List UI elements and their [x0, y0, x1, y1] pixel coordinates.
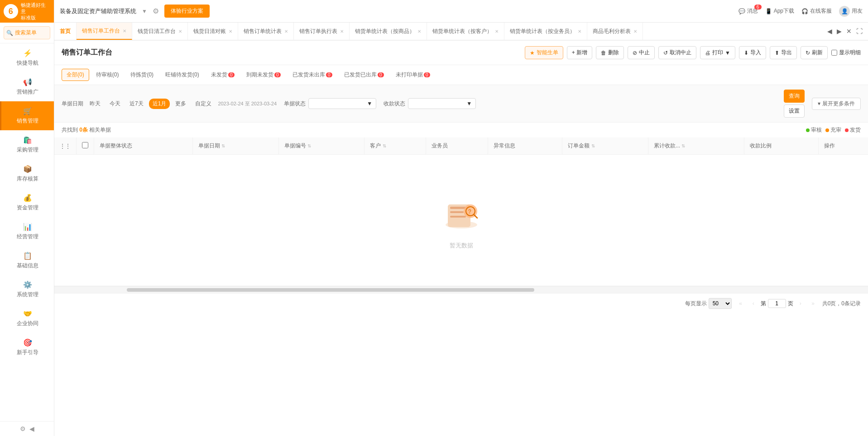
settings-button[interactable]: 设置	[784, 104, 805, 118]
user-menu[interactable]: 👤 用友	[839, 6, 863, 17]
reject-action[interactable]: 充审	[825, 126, 841, 134]
online-service-action[interactable]: 🎧 在线客服	[801, 7, 832, 15]
filter-tab-expired-not-shipped[interactable]: 到期未发货0	[241, 69, 286, 81]
page-number-input[interactable]	[768, 299, 786, 308]
tab-sales-workbench[interactable]: 销售订单工作台 ✕	[77, 23, 132, 40]
tab-close-sale-stats-staff[interactable]: ✕	[578, 29, 581, 34]
page-size-select[interactable]: 10 20 50 100	[709, 298, 732, 309]
date-btn-today[interactable]: 今天	[106, 99, 124, 109]
sidebar-item-quick-nav[interactable]: ⚡ 快捷导航	[0, 43, 54, 72]
payment-select[interactable]: ▼	[408, 98, 476, 109]
tab-close-sales-workbench[interactable]: ✕	[123, 28, 126, 33]
date-sort-icon[interactable]: ⇅	[221, 143, 225, 148]
review-action[interactable]: 审核	[806, 126, 822, 134]
table-summary-row: 共找到 0条 相关单据 审核 充审 发货	[54, 123, 868, 137]
date-btn-custom[interactable]: 自定义	[192, 99, 215, 109]
last-page-button[interactable]: »	[808, 298, 819, 309]
filter-tab-wangpu-pending[interactable]: 旺铺待发货(0)	[160, 69, 204, 81]
expand-filters-button[interactable]: ▾ 展开更多条件	[812, 98, 861, 110]
smart-create-button[interactable]: ★ 智能生单	[525, 46, 563, 59]
tab-close-product-margin[interactable]: ✕	[633, 29, 637, 34]
search-menu-button[interactable]: 🔍 搜索菜单	[4, 26, 50, 39]
import-button[interactable]: ⬇ 导入	[739, 46, 766, 59]
tab-cash-reconcile[interactable]: 钱货日清对账 ✕	[188, 23, 238, 40]
tab-sale-stats-product[interactable]: 销货单统计表（按商品） ✕	[350, 23, 427, 40]
status-select[interactable]: ▼	[308, 98, 376, 109]
query-button[interactable]: 查询	[784, 90, 805, 103]
filter-tab-shipped-out[interactable]: 已发货已出库0	[339, 69, 389, 81]
first-page-button[interactable]: «	[735, 298, 746, 309]
sidebar-item-basic[interactable]: 📋 基础信息	[0, 246, 54, 275]
message-action[interactable]: 💬 消息 6	[739, 7, 758, 15]
sales-icon: 🛒	[23, 107, 32, 115]
delete-button[interactable]: 🗑 删除	[596, 46, 624, 59]
sidebar-item-sales[interactable]: 🛒 销售管理	[0, 101, 54, 130]
tab-home[interactable]: 首页	[54, 23, 77, 40]
tab-sales-stats[interactable]: 销售订单统计表 ✕	[238, 23, 294, 40]
date-btn-1month[interactable]: 近1月	[149, 99, 170, 109]
sidebar-item-guide[interactable]: 🎯 新手引导	[0, 333, 54, 362]
sidebar-item-enterprise[interactable]: 🤝 企业协同	[0, 304, 54, 333]
amount-sort-icon[interactable]: ⇅	[591, 143, 595, 148]
tab-close-current[interactable]: ✕	[844, 27, 854, 36]
filter-tab-pending-check[interactable]: 待拣货(0)	[125, 69, 158, 81]
tab-close-cash-reconcile[interactable]: ✕	[229, 29, 232, 34]
tab-scroll-left[interactable]: ◀	[825, 27, 834, 36]
select-all-checkbox[interactable]	[82, 142, 88, 148]
stop-button[interactable]: ⊘ 中止	[628, 46, 655, 59]
sidebar-settings-icon[interactable]: ⚙	[20, 425, 26, 432]
date-btn-yesterday[interactable]: 昨天	[86, 99, 104, 109]
collected-sort-icon[interactable]: ⇅	[681, 143, 685, 148]
sidebar-item-operations[interactable]: 📊 经营管理	[0, 217, 54, 246]
tab-sale-stats-customer[interactable]: 销货单统计表（按客户） ✕	[427, 23, 504, 40]
tab-close-sales-exec[interactable]: ✕	[340, 29, 344, 34]
scrollbar-thumb[interactable]	[127, 288, 534, 292]
sidebar-item-system[interactable]: ⚙️ 系统管理	[0, 275, 54, 304]
print-button[interactable]: 🖨 打印 ▼	[700, 46, 735, 59]
next-page-button[interactable]: ›	[795, 298, 806, 309]
sidebar-item-finance[interactable]: 💰 资金管理	[0, 188, 54, 217]
topbar-gear-icon[interactable]: ⚙	[153, 7, 159, 15]
show-detail-checkbox[interactable]	[831, 50, 837, 56]
tab-close-sale-stats-product[interactable]: ✕	[417, 29, 421, 34]
tab-fullscreen[interactable]: ⛶	[854, 27, 864, 36]
page-label: 第	[761, 300, 766, 308]
app-download-action[interactable]: 📱 App下载	[765, 7, 794, 15]
tab-close-cash-daily[interactable]: ✕	[178, 29, 182, 34]
filter-tab-not-printed[interactable]: 未打印单据0	[391, 69, 435, 81]
sidebar-collapse-icon[interactable]: ◀	[29, 425, 34, 432]
filter-tab-all[interactable]: 全部(0)	[62, 69, 89, 81]
date-btn-7days[interactable]: 近7天	[126, 99, 147, 109]
sidebar-item-marketing[interactable]: 📢 营销推广	[0, 72, 54, 101]
tab-cash-daily[interactable]: 钱货日清工作台 ✕	[132, 23, 188, 40]
filter-tab-shipped-not-out[interactable]: 已发货未出库0	[288, 69, 337, 81]
solution-button[interactable]: 体验行业方案	[164, 5, 210, 18]
tab-close-sales-stats[interactable]: ✕	[284, 29, 288, 34]
sidebar-logo: 6 畅捷通好生意 标准版	[0, 0, 54, 23]
tab-sales-exec[interactable]: 销售订单执行表 ✕	[294, 23, 350, 40]
topbar-dropdown-arrow[interactable]: ▼	[142, 8, 147, 14]
date-filter-group: 单据日期 昨天 今天 近7天 近1月 更多 自定义 2023-02-24 至 2…	[62, 99, 277, 109]
sidebar-item-purchase[interactable]: 🛍️ 采购管理	[0, 130, 54, 159]
prev-page-button[interactable]: ‹	[748, 298, 759, 309]
tab-scroll-right[interactable]: ▶	[835, 27, 844, 36]
export-button[interactable]: ⬆ 导出	[770, 46, 797, 59]
tab-close-sale-stats-customer[interactable]: ✕	[495, 29, 499, 34]
tab-sale-stats-staff[interactable]: 销货单统计表（按业务员） ✕	[504, 23, 587, 40]
customer-sort-icon[interactable]: ⇅	[383, 143, 386, 148]
shipped-out-badge: 0	[378, 72, 384, 77]
add-button[interactable]: + 新增	[567, 46, 592, 59]
number-sort-icon[interactable]: ⇅	[307, 143, 311, 148]
filter-tab-pending-review[interactable]: 待审核(0)	[91, 69, 124, 81]
cancel-stop-button[interactable]: ↺ 取消中止	[658, 46, 696, 59]
operations-icon: 📊	[23, 223, 32, 231]
horizontal-scrollbar[interactable]	[54, 286, 868, 293]
sidebar-item-inventory[interactable]: 📦 库存核算	[0, 159, 54, 188]
tab-product-margin[interactable]: 商品毛利分析表 ✕	[587, 23, 643, 40]
date-btn-more[interactable]: 更多	[172, 99, 190, 109]
stop-icon: ⊘	[633, 50, 637, 56]
ship-action[interactable]: 发货	[845, 126, 861, 134]
show-detail-toggle[interactable]: 显示明细	[831, 49, 861, 57]
refresh-button[interactable]: ↻ 刷新	[801, 46, 828, 59]
filter-tab-not-shipped[interactable]: 未发货0	[206, 69, 240, 81]
